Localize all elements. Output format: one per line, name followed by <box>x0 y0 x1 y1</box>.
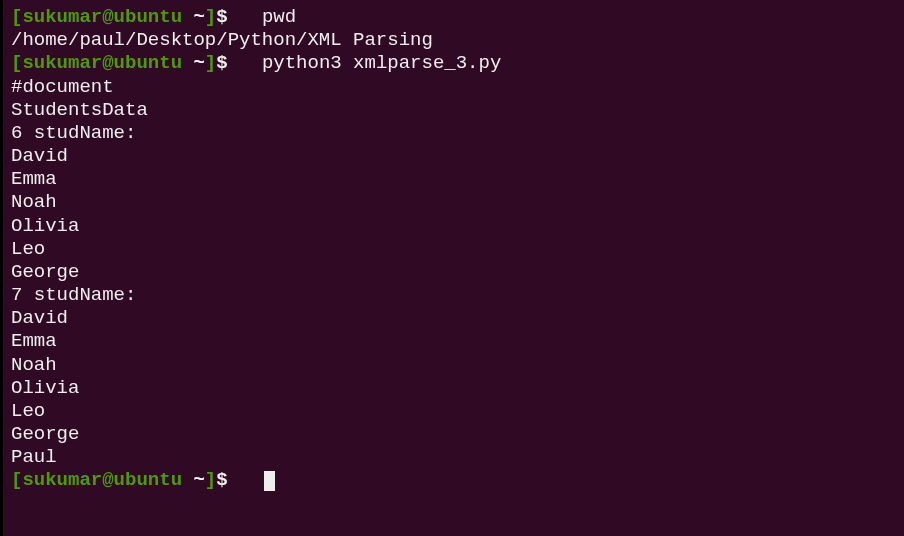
section1-header: 6 studName: <box>11 122 896 145</box>
spacing <box>228 6 262 28</box>
prompt-line-2: [sukumar@ubuntu ~]$ python3 xmlparse_3.p… <box>11 52 896 75</box>
list-item: George <box>11 423 896 446</box>
output-line: StudentsData <box>11 99 896 122</box>
pwd-output: /home/paul/Desktop/Python/XML Parsing <box>11 29 896 52</box>
user-host: sukumar@ubuntu <box>22 469 182 491</box>
separator <box>182 52 193 74</box>
spacing <box>228 52 262 74</box>
bracket-close: ] <box>205 6 216 28</box>
bracket-open: [ <box>11 469 22 491</box>
path: ~ <box>193 52 204 74</box>
dollar: $ <box>216 6 227 28</box>
path: ~ <box>193 469 204 491</box>
dollar: $ <box>216 469 227 491</box>
spacing <box>228 469 262 491</box>
list-item: Leo <box>11 238 896 261</box>
list-item: David <box>11 145 896 168</box>
bracket-close: ] <box>205 469 216 491</box>
list-item: Olivia <box>11 215 896 238</box>
list-item: Noah <box>11 354 896 377</box>
command-pwd: pwd <box>262 6 296 28</box>
bracket-close: ] <box>205 52 216 74</box>
list-item: Emma <box>11 330 896 353</box>
bracket-open: [ <box>11 52 22 74</box>
list-item: Paul <box>11 446 896 469</box>
command-python: python3 xmlparse_3.py <box>262 52 501 74</box>
separator <box>182 469 193 491</box>
cursor-icon[interactable] <box>264 471 275 491</box>
prompt-line-1: [sukumar@ubuntu ~]$ pwd <box>11 6 896 29</box>
section2-header: 7 studName: <box>11 284 896 307</box>
list-item: Noah <box>11 191 896 214</box>
user-host: sukumar@ubuntu <box>22 52 182 74</box>
bracket-open: [ <box>11 6 22 28</box>
list-item: David <box>11 307 896 330</box>
list-item: Leo <box>11 400 896 423</box>
list-item: Olivia <box>11 377 896 400</box>
dollar: $ <box>216 52 227 74</box>
output-line: #document <box>11 76 896 99</box>
list-item: George <box>11 261 896 284</box>
path: ~ <box>193 6 204 28</box>
separator <box>182 6 193 28</box>
prompt-line-3[interactable]: [sukumar@ubuntu ~]$ <box>11 469 896 492</box>
list-item: Emma <box>11 168 896 191</box>
user-host: sukumar@ubuntu <box>22 6 182 28</box>
